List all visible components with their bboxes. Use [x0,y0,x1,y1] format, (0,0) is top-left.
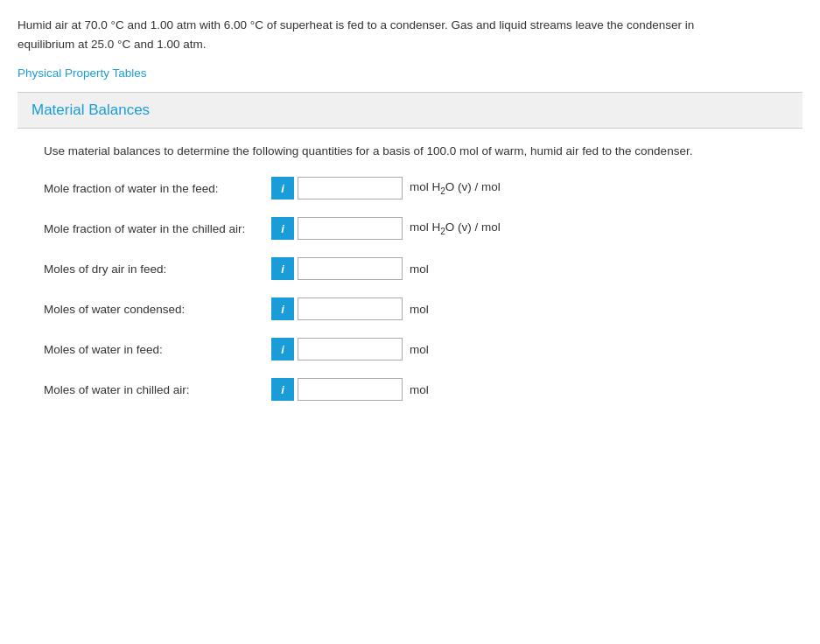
physical-property-link[interactable]: Physical Property Tables [18,66,147,80]
field-row-mole-fraction-feed: Mole fraction of water in the feed: i mo… [44,177,785,200]
label-moles-water-condensed: Moles of water condensed: [44,303,271,316]
label-moles-water-feed: Moles of water in feed: [44,343,271,356]
label-moles-dry-air: Moles of dry air in feed: [44,262,271,276]
field-row-mole-fraction-chilled: Mole fraction of water in the chilled ai… [44,217,785,240]
instruction-text: Use material balances to determine the f… [44,144,785,158]
unit-moles-water-condensed: mol [410,303,429,316]
info-button-mole-fraction-chilled[interactable]: i [271,217,294,240]
unit-moles-water-feed: mol [410,343,429,356]
section-title: Material Balances [32,102,150,118]
info-button-moles-water-condensed[interactable]: i [271,298,294,320]
info-button-moles-water-chilled[interactable]: i [271,378,294,401]
label-mole-fraction-feed: Mole fraction of water in the feed: [44,182,271,195]
section-content: Use material balances to determine the f… [18,129,802,436]
unit-mole-fraction-chilled: mol H2O (v) / mol [410,220,501,236]
info-button-mole-fraction-feed[interactable]: i [271,177,294,200]
info-button-moles-water-feed[interactable]: i [271,338,294,360]
page-container: Humid air at 70.0 °C and 1.00 atm with 6… [0,0,820,453]
input-moles-dry-air[interactable] [298,257,403,280]
field-row-moles-water-condensed: Moles of water condensed: i mol [44,298,785,320]
input-mole-fraction-feed[interactable] [298,177,403,200]
field-row-moles-dry-air: Moles of dry air in feed: i mol [44,257,785,280]
label-mole-fraction-chilled: Mole fraction of water in the chilled ai… [44,222,271,235]
problem-statement: Humid air at 70.0 °C and 1.00 atm with 6… [18,16,802,53]
input-mole-fraction-chilled[interactable] [298,217,403,240]
field-row-moles-water-feed: Moles of water in feed: i mol [44,338,785,360]
unit-moles-dry-air: mol [410,262,429,276]
input-moles-water-chilled[interactable] [298,378,403,401]
unit-mole-fraction-feed: mol H2O (v) / mol [410,180,501,196]
info-button-moles-dry-air[interactable]: i [271,257,294,280]
label-moles-water-chilled: Moles of water in chilled air: [44,383,271,396]
input-moles-water-feed[interactable] [298,338,403,360]
unit-moles-water-chilled: mol [410,383,429,396]
field-row-moles-water-chilled: Moles of water in chilled air: i mol [44,378,785,401]
input-moles-water-condensed[interactable] [298,298,403,320]
section-header: Material Balances [18,93,802,128]
